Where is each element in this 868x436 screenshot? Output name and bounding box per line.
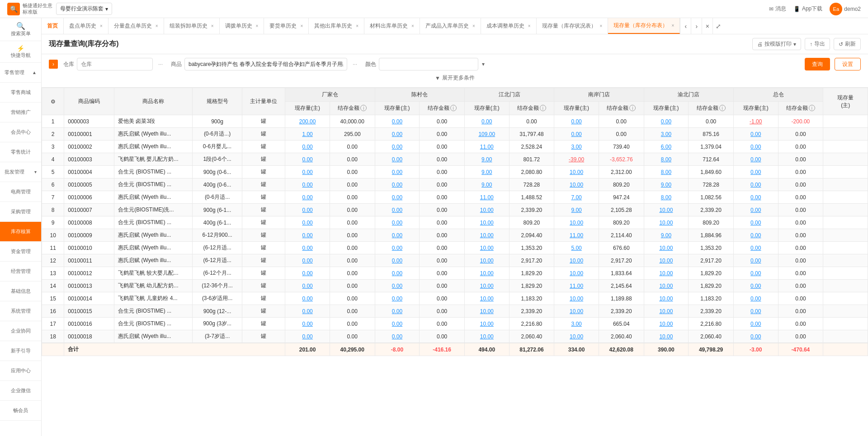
export-button[interactable]: ↑ 导出 bbox=[805, 38, 830, 50]
close-icon[interactable]: × bbox=[411, 23, 414, 28]
tab-material-outbound[interactable]: 材料出库单历史 × bbox=[364, 18, 420, 34]
total-amount-cell: 0.00 bbox=[778, 254, 823, 267]
tab-requisition[interactable]: 要货单历史 × bbox=[264, 18, 309, 34]
sidebar-item-guide[interactable]: 新手引导 bbox=[0, 341, 41, 361]
tab-stock-status[interactable]: 现存量（库存状况表） × bbox=[537, 18, 609, 34]
close-icon[interactable]: × bbox=[472, 23, 475, 28]
tab-home[interactable]: 首页 bbox=[42, 18, 64, 34]
table-row: 2 00100001 惠氏启赋 (Wyeth illu... (0-6月适...… bbox=[42, 128, 868, 141]
warehouse-input[interactable] bbox=[77, 58, 153, 70]
info-icon[interactable]: i bbox=[719, 105, 726, 111]
sidebar-item-retail-mall[interactable]: 零售商城 bbox=[0, 83, 41, 103]
print-button[interactable]: 🖨 按模版打印 ▾ bbox=[752, 38, 801, 50]
tab-label: 要货单历史 bbox=[269, 22, 297, 30]
tab-cost-adjust[interactable]: 成本调整单历史 × bbox=[481, 18, 537, 34]
total-stock-cell: 0.00 bbox=[733, 318, 778, 330]
sidebar-item-label: 零售统计 bbox=[11, 149, 31, 155]
col-gear[interactable]: ⚙ bbox=[42, 88, 64, 115]
total-stock-cell: 0.00 bbox=[733, 204, 778, 216]
tab-expand-btn[interactable]: ⤢ bbox=[712, 18, 723, 34]
settings-button[interactable]: 设置 bbox=[835, 58, 861, 70]
info-icon[interactable]: i bbox=[809, 105, 815, 111]
chenbu-amount-cell: 0.00 bbox=[420, 254, 465, 267]
jiangbei-stock-cell: 10.00 bbox=[465, 229, 509, 242]
sidebar-item-ecommerce[interactable]: 电商管理 bbox=[0, 182, 41, 202]
warehouse-dots-btn[interactable]: ··· bbox=[156, 61, 165, 67]
sidebar-item-collab[interactable]: 企业协同 bbox=[0, 321, 41, 341]
tab-prev-btn[interactable]: ‹ bbox=[680, 18, 691, 34]
sidebar-item-inventory[interactable]: 库存核算 bbox=[0, 222, 41, 242]
info-icon[interactable]: i bbox=[360, 105, 367, 111]
total-amount-cell: 0.00 bbox=[778, 178, 823, 191]
close-icon[interactable]: × bbox=[528, 23, 531, 28]
chenbu-stock-cell: 0.00 bbox=[375, 141, 420, 153]
refresh-icon: ↺ bbox=[839, 41, 843, 47]
table-area[interactable]: ⚙ 商品编码 商品名称 规格型号 主计量单位 厂家仓 陈村仓 江北门店 南岸门店… bbox=[42, 88, 868, 436]
close-icon[interactable]: × bbox=[156, 23, 158, 28]
search-button[interactable]: 查询 bbox=[805, 58, 830, 70]
tab-close-btn[interactable]: × bbox=[702, 18, 712, 34]
jiangbei-stock-cell: 9.00 bbox=[465, 178, 509, 191]
refresh-button[interactable]: ↺ 刷新 bbox=[834, 38, 861, 50]
expand-conditions-btn[interactable]: ▼ 展开更多条件 bbox=[431, 72, 478, 84]
info-icon[interactable]: i bbox=[540, 105, 546, 111]
product-input[interactable] bbox=[184, 58, 347, 70]
close-icon[interactable]: × bbox=[356, 23, 359, 28]
yuebei-stock-cell: 0.00 bbox=[644, 115, 689, 128]
sidebar-item-quicknav[interactable]: ⚡ 快捷导航 bbox=[0, 41, 41, 63]
tenant-selector[interactable]: 母婴行业演示陈套 ▾ bbox=[56, 3, 112, 15]
sidebar-item-basicinfo[interactable]: 基础信息 bbox=[0, 281, 41, 301]
sidebar-item-finance[interactable]: 资金管理 bbox=[0, 242, 41, 262]
factory-stock-cell: 0.00 bbox=[285, 280, 330, 292]
sidebar-item-operations[interactable]: 经营管理 bbox=[0, 262, 41, 281]
sidebar-item-search[interactable]: 🔍 搜索英单 bbox=[0, 18, 41, 41]
nanan-amount-cell: 665.04 bbox=[599, 318, 644, 330]
color-dropdown-icon[interactable]: ▾ bbox=[482, 61, 485, 67]
tab-other-outbound[interactable]: 其他出库单历史 × bbox=[309, 18, 364, 34]
info-icon[interactable]: i bbox=[629, 105, 636, 111]
factory-amount-cell: 0.00 bbox=[330, 141, 375, 153]
col-nanan-amount-sub: 结存金额i bbox=[599, 102, 644, 115]
tab-stocktake-history[interactable]: 盘点单历史 × bbox=[64, 18, 108, 34]
sidebar-item-member2[interactable]: 畅会员 bbox=[0, 401, 41, 421]
total-stock-cell: 0.00 bbox=[733, 191, 778, 204]
tab-finished-inbound[interactable]: 产成品入库单历史 × bbox=[420, 18, 481, 34]
close-icon[interactable]: × bbox=[600, 23, 603, 28]
sidebar-item-retail-mgmt[interactable]: 零售管理 ▲ bbox=[0, 63, 41, 83]
info-icon[interactable]: i bbox=[450, 105, 457, 111]
seq-cell: 11 bbox=[42, 242, 64, 254]
close-icon[interactable]: × bbox=[256, 23, 259, 28]
close-icon[interactable]: × bbox=[211, 23, 214, 28]
nanan-amount-cell: 947.24 bbox=[599, 191, 644, 204]
tab-assembly[interactable]: 组装拆卸单历史 × bbox=[164, 18, 220, 34]
app-download-btn[interactable]: 📱 App下载 bbox=[793, 5, 822, 13]
col-chenbu-header: 陈村仓 bbox=[375, 88, 464, 102]
tab-partial-stocktake[interactable]: 分量盘点单历史 × bbox=[108, 18, 164, 34]
user-menu[interactable]: Ea demo2 bbox=[830, 3, 861, 15]
collapse-arrow[interactable]: › bbox=[49, 60, 58, 69]
message-btn[interactable]: ✉ 消息 bbox=[769, 5, 786, 13]
tab-next-btn[interactable]: › bbox=[691, 18, 702, 34]
close-icon[interactable]: × bbox=[100, 23, 103, 28]
sidebar-item-retail-stats[interactable]: 零售统计 bbox=[0, 142, 41, 162]
close-icon[interactable]: × bbox=[300, 23, 303, 28]
sidebar-item-member[interactable]: 会员中心 bbox=[0, 122, 41, 142]
chenbu-amount-cell: 0.00 bbox=[420, 330, 465, 343]
sidebar-item-wechat[interactable]: 企业微信 bbox=[0, 381, 41, 401]
sidebar-item-label: 快捷导航 bbox=[11, 52, 31, 59]
footer-yuebei-amount: 49,798.29 bbox=[689, 343, 734, 356]
close-icon[interactable]: × bbox=[671, 23, 674, 28]
table-row: 4 00100003 飞鹤星飞帆 婴儿配方奶... 1段(0-6个... 罐 0… bbox=[42, 153, 868, 166]
sidebar-item-wholesale[interactable]: 批发管理 ▾ bbox=[0, 162, 41, 182]
code-cell: 00100008 bbox=[64, 216, 114, 229]
sidebar-item-appcenter[interactable]: 应用中心 bbox=[0, 361, 41, 381]
color-input[interactable] bbox=[379, 58, 478, 70]
tab-stock-dist[interactable]: 现存量（库存分布表） × bbox=[608, 18, 680, 34]
sidebar-item-purchase[interactable]: 采购管理 bbox=[0, 202, 41, 222]
app-icon: 📱 bbox=[793, 6, 800, 12]
unit-cell: 罐 bbox=[242, 292, 285, 305]
product-dots-btn[interactable]: ··· bbox=[350, 61, 360, 67]
sidebar-item-system[interactable]: 系统管理 bbox=[0, 301, 41, 321]
tab-transfer[interactable]: 调拨单历史 × bbox=[220, 18, 264, 34]
sidebar-item-marketing[interactable]: 营销推广 bbox=[0, 103, 41, 122]
